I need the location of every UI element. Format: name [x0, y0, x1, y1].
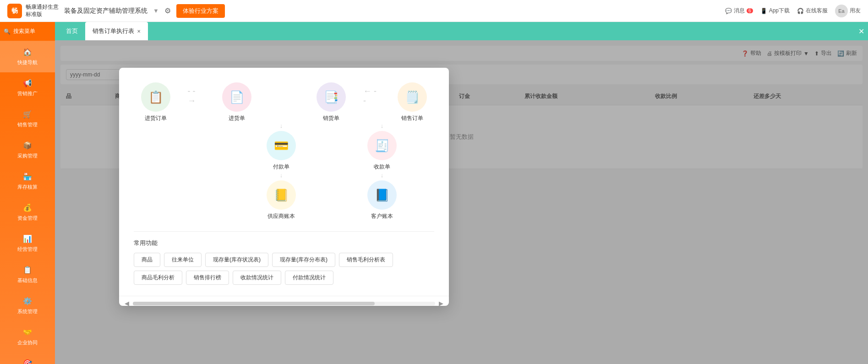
purchase-bill-circle: 📄: [222, 82, 251, 112]
sidebar-item-quick-nav[interactable]: 🏠 快捷导航: [0, 41, 55, 72]
spacer-mid: [313, 122, 350, 129]
sales-icon: 🛒: [23, 110, 32, 119]
dropdown-arrow-icon[interactable]: ▼: [153, 7, 159, 14]
payment-circle: 💳: [267, 131, 296, 160]
flow-diagram: 📋 进货订单 - - → 📄: [134, 82, 434, 220]
cf-btn-sales-profit[interactable]: 销售毛利分析表: [339, 253, 393, 267]
sidebar-item-newbie[interactable]: 🎯 新手引导: [0, 353, 55, 364]
customer-ledger-icon: 📘: [375, 188, 389, 202]
tab-bar: 首页 销售订单执行表 ✕ ✕: [55, 22, 868, 40]
purchase-bill-icon: 📄: [229, 90, 244, 104]
app-download-btn[interactable]: 📱 App下载: [760, 7, 790, 15]
sidebar-label-operations: 经营管理: [17, 246, 38, 253]
flow-item-payment[interactable]: 💳 付款单: [249, 131, 313, 171]
flow-item-purchase-bill[interactable]: 📄 进货单: [207, 82, 267, 122]
flow-arrows-down-row: ↓ ↓: [134, 122, 434, 129]
message-btn[interactable]: 💬 消息 6: [725, 7, 753, 15]
spacer-l3: [154, 172, 218, 179]
flow-item-supplier-ledger[interactable]: 📒 供应商账本: [249, 180, 313, 220]
online-service-label: 在线客服: [806, 7, 828, 15]
purchase-bill-label: 进货单: [229, 114, 245, 122]
arrow-down-purchase: ↓: [249, 122, 313, 129]
spacer-m3: [313, 172, 350, 179]
search-icon: 🔍: [4, 28, 11, 35]
experience-btn[interactable]: 体验行业方案: [176, 4, 225, 18]
scroll-track: [133, 302, 435, 305]
tab-sales-order-exec[interactable]: 销售订单执行表 ✕: [85, 22, 148, 40]
inventory-icon: 🏪: [23, 172, 32, 181]
settings-icon[interactable]: ⚙: [164, 6, 171, 15]
sidebar-label-sales: 销售管理: [17, 121, 38, 128]
sidebar-search[interactable]: 🔍 搜索菜单: [0, 22, 55, 41]
flow-row-2: 💳 付款单 🧾: [154, 131, 414, 171]
supplier-ledger-icon: 📒: [274, 188, 289, 202]
purchase-order-icon: 📋: [148, 90, 163, 104]
main-content: 首页 销售订单执行表 ✕ ✕ ❓ 帮助 🖨 按: [55, 22, 868, 364]
flow-arrows-down-row2: ↓ ↓: [134, 172, 434, 179]
sidebar-item-basic-info[interactable]: 📋 基础信息: [0, 259, 55, 290]
app-download-label: App下载: [769, 7, 790, 15]
spacer-left: [154, 122, 218, 129]
customer-ledger-circle: 📘: [367, 180, 397, 210]
avatar: Ea: [835, 5, 848, 17]
flow-row-3: 📒 供应商账本 📘: [154, 180, 414, 220]
logo-text: 畅康通好生意 标准版: [26, 4, 59, 18]
sidebar-item-system[interactable]: ⚙️ 系统管理: [0, 290, 55, 321]
phone-icon: 📱: [760, 8, 767, 14]
sidebar-label-enterprise: 企业协同: [17, 339, 38, 346]
purchase-order-circle: 📋: [141, 82, 170, 112]
spacer-a3: [218, 172, 249, 179]
sidebar-item-marketing[interactable]: 📢 营销推广: [0, 72, 55, 103]
flow-item-sales-order[interactable]: 🗒️ 销售订单: [382, 82, 442, 122]
user-area[interactable]: Ea 用友: [835, 5, 861, 17]
sidebar-item-purchase[interactable]: 📦 采购管理: [0, 135, 55, 166]
scroll-left-icon[interactable]: ◀: [125, 300, 129, 306]
cf-btn-payment-stat[interactable]: 付款情况统计: [285, 271, 333, 285]
avatar-initials: Ea: [838, 8, 844, 14]
cf-btn-stock-status[interactable]: 现存量(库存状况表): [205, 253, 268, 267]
cf-btn-product-profit[interactable]: 商品毛利分析: [134, 271, 182, 285]
cf-btn-product[interactable]: 商品: [134, 253, 160, 267]
modal: 📋 进货订单 - - → 📄: [119, 68, 449, 306]
sidebar-item-inventory[interactable]: 🏪 库存核算: [0, 166, 55, 197]
flow-row-1: 📋 进货订单 - - → 📄: [126, 82, 442, 122]
tab-home[interactable]: 首页: [59, 22, 85, 40]
sidebar-item-finance[interactable]: 💰 资金管理: [0, 197, 55, 228]
sales-bill-label: 销货单: [323, 114, 339, 122]
logo-symbol: 畅: [11, 7, 18, 15]
common-functions: 常用功能 商品 往来单位 现存量(库存状况表) 现存量(库存分布表) 销售毛利分…: [134, 231, 434, 285]
tab-bar-close-btn[interactable]: ✕: [858, 27, 864, 36]
tab-close-icon[interactable]: ✕: [137, 29, 141, 34]
modal-overlay[interactable]: 📋 进货订单 - - → 📄: [55, 40, 868, 364]
flow-item-receipt[interactable]: 🧾 收款单: [350, 131, 414, 171]
operations-icon: 📊: [23, 234, 32, 243]
sidebar-label-system: 系统管理: [17, 308, 38, 315]
sales-tab-label: 销售订单执行表: [93, 27, 134, 35]
flow-item-sales-bill[interactable]: 📑 销货单: [301, 82, 361, 122]
flow-item-customer-ledger[interactable]: 📘 客户账本: [350, 180, 414, 220]
newbie-icon: 🎯: [23, 359, 32, 364]
headset-icon: 🎧: [797, 8, 804, 14]
top-bar: 畅 畅康通好生意 标准版 装备及固定资产辅助管理系统 ▼ ⚙ 体验行业方案 💬 …: [0, 0, 868, 22]
customer-ledger-label: 客户账本: [371, 212, 393, 220]
modal-scroll[interactable]: ◀ ▶: [119, 296, 449, 306]
cf-title: 常用功能: [134, 239, 434, 247]
receipt-label: 收款单: [374, 163, 390, 171]
arrow-purchase-to-bill: - - →: [187, 87, 205, 119]
flow-item-purchase-order[interactable]: 📋 进货订单: [126, 82, 186, 122]
purchase-order-label: 进货订单: [145, 114, 167, 122]
sidebar-label-purchase: 采购管理: [17, 152, 38, 159]
cf-btn-partner[interactable]: 往来单位: [164, 253, 202, 267]
sales-order-label: 销售订单: [401, 114, 423, 122]
sidebar-item-sales[interactable]: 🛒 销售管理: [0, 103, 55, 135]
cf-btn-stock-dist[interactable]: 现存量(库存分布表): [272, 253, 335, 267]
online-service-btn[interactable]: 🎧 在线客服: [797, 7, 828, 15]
cf-btn-receipt-stat[interactable]: 收款情况统计: [233, 271, 281, 285]
spacer-arrow: [218, 122, 249, 129]
scroll-thumb: [133, 302, 375, 305]
scroll-right-icon[interactable]: ▶: [439, 300, 443, 306]
sidebar-item-enterprise[interactable]: 🤝 企业协同: [0, 321, 55, 353]
cf-btn-sales-rank[interactable]: 销售排行榜: [186, 271, 229, 285]
sidebar-item-operations[interactable]: 📊 经营管理: [0, 228, 55, 259]
sidebar-label-basic-info: 基础信息: [17, 277, 38, 284]
